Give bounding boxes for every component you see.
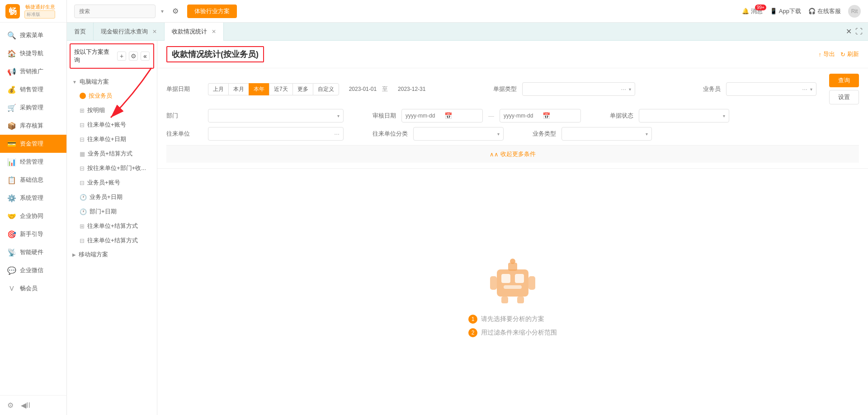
calendar-end-icon[interactable]: 📅 [542,112,550,119]
maximize-window-icon[interactable]: ⛶ [855,28,863,36]
schema-item-salesman-settlement[interactable]: ▦ 业务员+结算方式 [67,146,157,161]
query-button[interactable]: 查询 [829,74,859,87]
sidebar-nav: 🔍 搜索菜单 🏠 快捷导航 📢 营销推广 💰 销售管理 🛒 采购管理 📦 库存核… [0,23,66,395]
tab-home[interactable]: 首页 [67,23,94,41]
schema-add-icon[interactable]: + [117,52,126,61]
sidebar-item-finance[interactable]: 💳 资金管理 [0,135,66,153]
sidebar-item-quick-nav[interactable]: 🏠 快捷导航 [0,44,66,62]
sidebar-item-operations[interactable]: 📊 经营管理 [0,153,66,171]
tab-close-bank-flow[interactable]: ✕ [152,28,157,35]
header-online-service[interactable]: 🎧 在线客服 [808,7,841,15]
schema-item-label: 业务员+结算方式 [88,150,132,158]
schema-item-label: 往来单位+结算方式 [87,236,138,245]
schema-item-by-detail[interactable]: ⊞ 按明细 [67,103,157,118]
home-icon: 🏠 [7,49,16,58]
sidebar-item-wechat[interactable]: 💬 企业微信 [0,261,66,279]
audit-date-end-input[interactable] [504,113,540,119]
doc-status-arrow-icon: ▾ [723,113,725,118]
salesman-more-icon[interactable]: ··· [802,85,807,93]
schema-group-pc-header[interactable]: ▼ 电脑端方案 [67,75,157,89]
collapse-filter-bar[interactable]: ∧∧ 收起更多条件 [166,145,859,163]
sidebar-item-label: 畅会员 [20,284,38,292]
header-app-download[interactable]: 📱 App下载 [770,7,801,15]
audit-date-start-input[interactable] [406,113,442,119]
table2-icon: ⊟ [80,136,85,143]
dept-arrow-icon: ▾ [337,113,340,118]
export-button[interactable]: ↑ 导出 [819,50,835,58]
more-date-btn[interactable]: 更多 [292,83,313,95]
schema-settings-icon[interactable]: ⚙ [129,52,138,61]
sidebar-item-marketing[interactable]: 📢 营销推广 [0,62,66,80]
this-year-btn[interactable]: 本年 [249,83,269,95]
header-dropdown-icon[interactable]: ▾ [161,8,164,14]
member-icon: V [7,284,16,293]
sidebar-item-label: 系统管理 [20,194,43,202]
last-month-btn[interactable]: 上月 [208,83,228,95]
doc-status-select[interactable]: ▾ [639,109,729,123]
settings-bottom-icon[interactable]: ⚙ [7,401,14,410]
schema-item-counter-dept-collect[interactable]: ⊟ 按往来单位+部门+收... [67,161,157,175]
settings-button[interactable]: 设置 [829,90,859,104]
sidebar-item-hardware[interactable]: 📡 智能硬件 [0,243,66,261]
biz-type-select[interactable]: ▾ [561,127,652,141]
close-window-icon[interactable]: ✕ [846,27,852,36]
sidebar-item-sales[interactable]: 💰 销售管理 [0,80,66,99]
calendar-start-icon[interactable]: 📅 [444,112,452,119]
schema-item-salesman-date[interactable]: 🕐 业务员+日期 [67,190,157,204]
table3-icon: ⊟ [80,165,85,172]
biz-type-arrow-icon: ▾ [646,132,648,137]
msg-badge: 99+ [755,5,766,10]
collapse-sidebar-icon[interactable]: ◀II [21,401,30,410]
svg-rect-9 [517,297,524,303]
this-month-btn[interactable]: 本月 [228,83,249,95]
schema-item-salesman-account[interactable]: ⊟ 业务员+账号 [67,175,157,190]
refresh-button[interactable]: ↻ 刷新 [840,50,859,58]
sidebar-item-purchase[interactable]: 🛒 采购管理 [0,99,66,117]
schema-item-by-salesman[interactable]: 按业务员 [67,89,157,103]
counter-label: 往来单位 [166,130,203,138]
empty-illustration [483,247,542,306]
system-icon: ⚙️ [7,193,16,203]
schema-item-counter-settlement1[interactable]: ⊞ 往来单位+结算方式 [67,219,157,233]
header-message[interactable]: 🔔 消息 99+ [742,7,763,15]
custom-date-btn[interactable]: 自定义 [313,83,339,95]
schema-item-label: 业务员+账号 [87,179,120,187]
schema-item-counter-account[interactable]: ⊟ 往来单位+账号 [67,118,157,132]
sidebar-item-inventory[interactable]: 📦 库存核算 [0,117,66,135]
salesman-select[interactable]: ··· ▾ [726,82,816,96]
sidebar-item-basic[interactable]: 📋 基础信息 [0,171,66,189]
schema-item-counter-settlement2[interactable]: ⊟ 往来单位+结算方式 [67,233,157,248]
user-avatar[interactable]: Rit [848,5,861,18]
empty-tip-1: 1 请先选择要分析的方案 [468,315,557,324]
dept-select[interactable]: ▾ [208,109,344,123]
schema-group-mobile: ▶ 移动端方案 [67,248,157,261]
schema-collapse-icon[interactable]: « [141,52,150,61]
sidebar-item-label: 智能硬件 [20,248,43,256]
expand-arrow-icon: ▼ [72,80,77,85]
header-search-input[interactable] [74,5,156,18]
tab-close-collection-stats[interactable]: ✕ [212,28,216,35]
header-gear-icon[interactable]: ⚙ [169,5,182,18]
guide-icon: 🎯 [7,230,16,239]
counter-category-select[interactable]: ▾ [413,127,504,141]
date-range-end: 2023-12-31 [398,86,425,92]
sidebar-item-member[interactable]: V 畅会员 [0,279,66,297]
counter-dots-icon[interactable]: ··· [334,130,340,137]
doc-type-more-icon[interactable]: ··· [621,85,627,93]
trial-btn[interactable]: 体验行业方案 [187,5,237,18]
schema-group-mobile-header[interactable]: ▶ 移动端方案 [67,248,157,261]
search-icon: 🔍 [7,31,16,40]
empty-state-area: 1 请先选择要分析的方案 2 用过滤条件来缩小分析范围 [157,169,868,415]
sidebar-item-corp[interactable]: 🤝 企业协同 [0,207,66,225]
sidebar-item-guide[interactable]: 🎯 新手引导 [0,225,66,243]
sidebar-item-search[interactable]: 🔍 搜索菜单 [0,26,66,44]
tab-collection-stats[interactable]: 收款情况统计 ✕ [165,23,224,41]
counter-select[interactable]: ··· [208,127,344,141]
tab-bank-flow[interactable]: 现金银行流水查询 ✕ [94,23,165,41]
sidebar-item-label: 新手引导 [20,230,43,238]
doc-type-select[interactable]: ··· ▾ [522,82,635,96]
schema-item-dept-date[interactable]: 🕐 部门+日期 [67,204,157,219]
last7-btn[interactable]: 近7天 [269,83,292,95]
schema-item-counter-date[interactable]: ⊟ 往来单位+日期 [67,132,157,146]
sidebar-item-system[interactable]: ⚙️ 系统管理 [0,189,66,207]
